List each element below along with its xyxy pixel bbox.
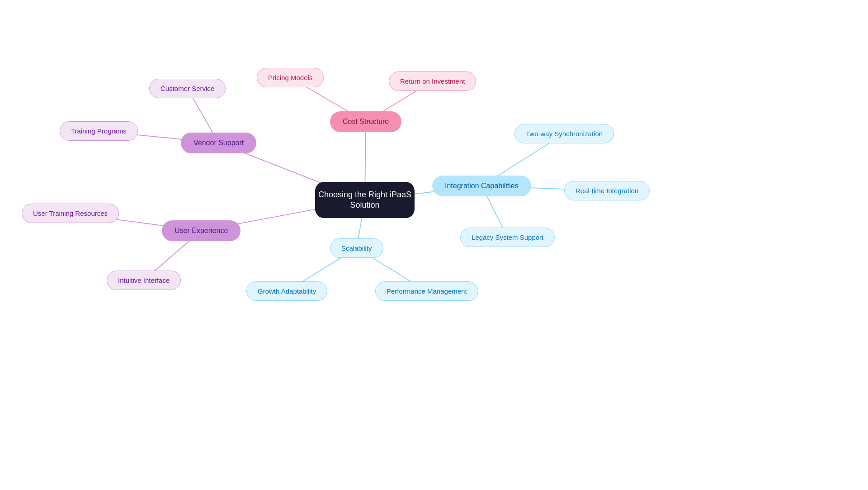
customer-service-node[interactable]: Customer Service (149, 79, 226, 98)
pricing-models-node[interactable]: Pricing Models (257, 68, 324, 87)
cost-structure-node[interactable]: Cost Structure (330, 111, 401, 132)
vendor-support-node[interactable]: Vendor Support (181, 133, 256, 153)
center-node[interactable]: Choosing the Right iPaaS Solution (315, 182, 415, 218)
integration-capabilities-node[interactable]: Integration Capabilities (432, 176, 531, 196)
two-way-sync-node[interactable]: Two-way Synchronization (514, 124, 614, 143)
legacy-system-support-node[interactable]: Legacy System Support (460, 228, 555, 247)
performance-management-node[interactable]: Performance Management (375, 281, 478, 301)
intuitive-interface-node[interactable]: Intuitive Interface (107, 271, 181, 290)
real-time-integration-node[interactable]: Real-time Integration (564, 181, 650, 200)
growth-adaptability-node[interactable]: Growth Adaptability (246, 281, 327, 301)
user-experience-node[interactable]: User Experience (162, 220, 241, 241)
training-programs-node[interactable]: Training Programs (60, 121, 138, 141)
return-on-investment-node[interactable]: Return on Investment (389, 71, 476, 91)
scalability-node[interactable]: Scalability (330, 238, 383, 258)
user-training-resources-node[interactable]: User Training Resources (22, 204, 119, 223)
